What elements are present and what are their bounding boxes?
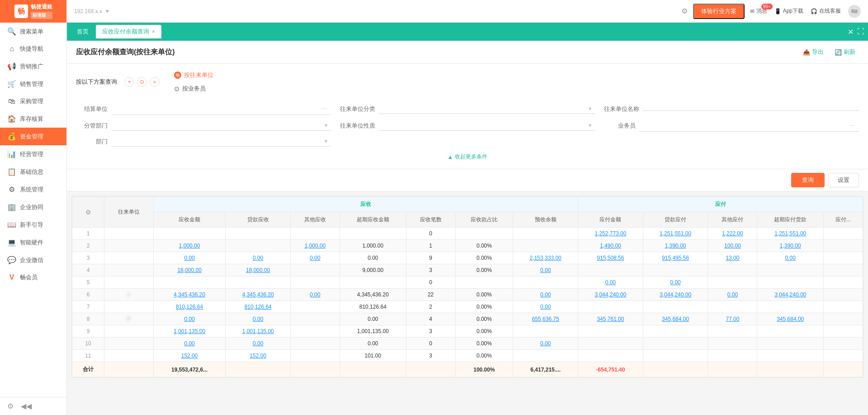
table-cell[interactable]: 4,345,436.20 [153, 289, 225, 301]
sidebar-item-system[interactable]: ⚙ 系统管理 [0, 181, 66, 198]
table-cell[interactable]: 4,345,436.20 [226, 289, 291, 301]
table-cell[interactable]: 13.00 [708, 252, 757, 264]
settlement-unit-input[interactable]: ··· [111, 103, 331, 115]
refresh-button[interactable]: 🔄 刷新 [831, 46, 859, 58]
table-cell[interactable]: 1,222.00 [708, 228, 757, 240]
filter-options-button[interactable]: ⊙ [137, 77, 147, 87]
sidebar-item-marketing[interactable]: 📢 营销推广 [0, 57, 66, 75]
sidebar-item-operations[interactable]: 📊 经营管理 [0, 145, 66, 163]
export-button[interactable]: 📤 导出 [799, 46, 827, 58]
sidebar-item-quick[interactable]: ⌂ 快捷导航 [0, 40, 66, 57]
table-cell[interactable]: 1,390.00 [643, 240, 708, 252]
table-cell[interactable]: 0.00 [291, 289, 340, 301]
table-cell[interactable]: 0.00 [513, 301, 578, 313]
table-cell[interactable]: 1,251,551.00 [757, 228, 824, 240]
tab-receivable-query[interactable]: 应收应付余额查询 × [96, 25, 161, 38]
table-cell[interactable]: 1,000.00 [153, 240, 225, 252]
table-cell[interactable]: 77.00 [708, 313, 757, 325]
filter-option-salesperson[interactable]: ⊙ 按业务员 [170, 83, 217, 95]
table-cell[interactable]: 0.00 [757, 252, 824, 264]
table-cell[interactable]: 1,490.00 [578, 240, 643, 252]
tab-home[interactable]: 首页 [71, 25, 95, 38]
table-cell[interactable]: 0.00 [226, 313, 291, 325]
setting-button[interactable]: 设置 [828, 173, 859, 187]
table-cell: 101.00 [340, 350, 406, 362]
table-cell[interactable]: 0.00 [578, 277, 643, 289]
table-cell[interactable]: 1,390.00 [757, 240, 824, 252]
partner-category-input[interactable]: ▾ [379, 104, 595, 114]
table-cell[interactable]: 0.00 [153, 313, 225, 325]
partner-name-input[interactable] [643, 107, 859, 111]
table-cell[interactable]: 152.00 [153, 350, 225, 362]
table-cell[interactable]: 1,001,135.00 [153, 325, 225, 338]
table-cell[interactable]: 915,508.56 [578, 252, 643, 264]
sidebar-item-purchase[interactable]: 🛍 采购管理 [0, 93, 66, 110]
table-cell[interactable]: 18,000.00 [226, 264, 291, 277]
tab-maximize-icon[interactable]: ⛶ [857, 28, 864, 36]
table-cell[interactable]: 1,251,551.00 [643, 228, 708, 240]
table-cell[interactable]: 2,153,333.00 [513, 252, 578, 264]
salesperson-input[interactable]: ··· [639, 119, 859, 132]
sidebar-item-inventory[interactable]: 🏠 库存核算 [0, 110, 66, 128]
query-button[interactable]: 查询 [791, 173, 825, 187]
sidebar-item-sales[interactable]: 🛒 销售管理 [0, 75, 66, 93]
table-cell[interactable]: 1,252,773.00 [578, 228, 643, 240]
base-icon: 📋 [7, 167, 16, 176]
table-cell[interactable]: 0.00 [513, 338, 578, 350]
table-cell[interactable]: 0.00 [291, 252, 340, 264]
table-cell[interactable]: 152.00 [226, 350, 291, 362]
table-cell[interactable]: 345,684.00 [757, 313, 824, 325]
table-cell[interactable]: 915,495.56 [643, 252, 708, 264]
table-cell[interactable]: 345,761.00 [578, 313, 643, 325]
tab-close-window-icon[interactable]: ✕ [848, 28, 854, 36]
filter-add-button[interactable]: + [124, 77, 134, 87]
footer-settings-icon[interactable]: ⚙ [7, 402, 14, 410]
header-app-button[interactable]: 📱 App下载 [774, 7, 803, 15]
table-cell[interactable]: 0.00 [153, 252, 225, 264]
filter-option-partner[interactable]: 畅 按往来单位 [170, 69, 217, 81]
table-cell[interactable]: 0.00 [226, 338, 291, 350]
table-cell[interactable]: 810,126.64 [153, 301, 225, 313]
table-cell[interactable]: 0.00 [513, 289, 578, 301]
table-cell[interactable]: 1,001,135.00 [226, 325, 291, 338]
table-cell[interactable]: 0.00 [513, 264, 578, 277]
table-cell[interactable]: 0.00 [226, 252, 291, 264]
filter-collapse-more[interactable]: ▲ 收起更多条件 [76, 150, 859, 163]
table-cell[interactable]: 655,636.75 [513, 313, 578, 325]
table-cell[interactable]: 3,044,240.00 [757, 289, 824, 301]
user-avatar[interactable]: Rit [848, 5, 861, 18]
table-cell[interactable]: 1,000.00 [291, 240, 340, 252]
tab-close-icon[interactable]: × [152, 29, 155, 35]
th-settings[interactable]: ⚙ [72, 197, 104, 228]
table-cell[interactable]: 0.00 [153, 338, 225, 350]
sidebar-item-hardware[interactable]: 💻 智能硬件 [0, 234, 66, 251]
table-cell[interactable]: 810,126.64 [226, 301, 291, 313]
header-message-button[interactable]: ✉ 消息 99+ [750, 7, 767, 15]
branch-dept-input[interactable]: ▾ [111, 120, 331, 131]
dept-input[interactable]: ▾ [111, 136, 331, 147]
sidebar-item-corp[interactable]: 🏢 企业协同 [0, 198, 66, 216]
table-cell[interactable]: 0.00 [708, 289, 757, 301]
header-promo-button[interactable]: 体验行业方案 [693, 4, 745, 19]
table-cell[interactable]: 100.00 [708, 240, 757, 252]
sidebar-item-finance[interactable]: 💰 资金管理 [0, 128, 66, 145]
table-cell[interactable]: 18,000.00 [153, 264, 225, 277]
header-service-button[interactable]: 🎧 在线客服 [811, 7, 841, 15]
table-cell[interactable]: 345,684.00 [643, 313, 708, 325]
sidebar-item-search[interactable]: 🔍 搜索菜单 [0, 23, 66, 40]
table-cell[interactable]: 3,044,240.00 [578, 289, 643, 301]
partner-nature-input[interactable]: ▾ [379, 120, 595, 131]
sidebar-item-member[interactable]: V 畅会员 [0, 269, 66, 286]
sidebar-item-wechat[interactable]: 💬 企业微信 [0, 251, 66, 269]
footer-collapse-icon[interactable]: ◀◀ [21, 402, 32, 410]
table-cell[interactable]: 0.00 [643, 277, 708, 289]
filter-collapse-button[interactable]: « [150, 77, 160, 87]
table-cell[interactable]: 3,044,240.00 [643, 289, 708, 301]
data-table-container: ⚙ 往来单位 应收 应付 应收金额 贷款应收 其他应收 超期应收金额 应收笔数 … [71, 196, 863, 378]
sidebar-item-guide[interactable]: 📖 新手引导 [0, 216, 66, 234]
table-cell [104, 264, 154, 277]
header-gear-icon[interactable]: ⚙ [681, 7, 688, 15]
table-cell: 22 [406, 289, 455, 301]
footer-rec-total[interactable]: 19,553,472,6... [153, 362, 225, 377]
sidebar-item-base[interactable]: 📋 基础信息 [0, 163, 66, 181]
